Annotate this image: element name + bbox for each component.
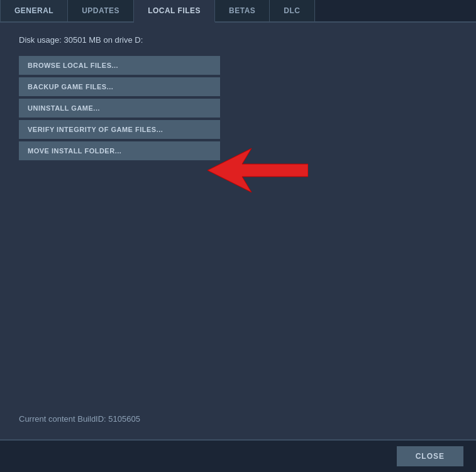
backup-game-files-button[interactable]: BACKUP GAME FILES... bbox=[19, 77, 220, 96]
action-button-list: BROWSE LOCAL FILES... BACKUP GAME FILES.… bbox=[19, 56, 220, 160]
tab-updates[interactable]: UPDATES bbox=[68, 0, 134, 21]
svg-marker-0 bbox=[208, 148, 308, 192]
tab-bar: GENERAL UPDATES LOCAL FILES BETAS DLC bbox=[0, 0, 476, 23]
close-button[interactable]: CLOSE bbox=[397, 446, 463, 466]
tab-local-files[interactable]: LOCAL FILES bbox=[134, 0, 215, 23]
browse-local-files-button[interactable]: BROWSE LOCAL FILES... bbox=[19, 56, 220, 75]
build-id-label: Current content BuildID: 5105605 bbox=[19, 414, 140, 424]
tab-general[interactable]: GENERAL bbox=[0, 0, 68, 21]
uninstall-game-button[interactable]: UNINSTALL GAME... bbox=[19, 99, 220, 118]
red-arrow-icon bbox=[208, 145, 308, 195]
arrow-annotation bbox=[208, 145, 308, 195]
steam-properties-window: GENERAL UPDATES LOCAL FILES BETAS DLC Di… bbox=[0, 0, 476, 472]
main-content: Disk usage: 30501 MB on drive D: BROWSE … bbox=[0, 23, 476, 439]
bottom-bar: CLOSE bbox=[0, 439, 476, 472]
verify-integrity-button[interactable]: VERIFY INTEGRITY OF GAME FILES... bbox=[19, 120, 220, 139]
tab-dlc[interactable]: DLC bbox=[270, 0, 314, 21]
tab-betas[interactable]: BETAS bbox=[215, 0, 270, 21]
disk-usage-label: Disk usage: 30501 MB on drive D: bbox=[19, 35, 457, 45]
move-install-folder-button[interactable]: MOVE INSTALL FOLDER... bbox=[19, 141, 220, 160]
